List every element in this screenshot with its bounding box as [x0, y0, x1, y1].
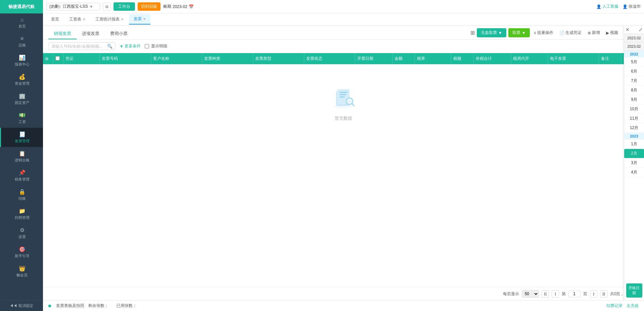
date-panel-month-1-2023[interactable]: 1月: [624, 140, 644, 149]
sidebar-collapse-btn[interactable]: ◀◀ 取消固定: [0, 300, 43, 311]
sidebar-item-label: 畅会员: [16, 273, 28, 278]
chevron-down-icon: ▼: [89, 4, 93, 9]
recharge-link[interactable]: 去充值: [627, 303, 639, 309]
date-panel-month-11[interactable]: 11月: [624, 114, 644, 123]
date-panel-expand-button[interactable]: ⤢: [639, 27, 643, 32]
next-page-button[interactable]: ⟩: [590, 290, 597, 298]
date-panel-close-button[interactable]: ✕: [626, 27, 630, 32]
date-panel-month-7[interactable]: 7月: [624, 76, 644, 86]
customer-service-btn[interactable]: 👤 人工客服: [596, 4, 618, 9]
col-tax-code: 税局代开: [511, 53, 548, 64]
date-panel-month-10[interactable]: 10月: [624, 105, 644, 114]
dropdown-icon: ▼: [498, 31, 502, 35]
app-logo: 畅捷通易代账: [0, 0, 43, 13]
sidebar-item-label: 设置: [18, 234, 26, 239]
search-input[interactable]: [51, 44, 107, 49]
content-area: 销项发票 进项发票 费用小票 ⊞ 无血取票 ▼ 取票 ▼ ≡: [43, 26, 644, 300]
sidebar-item-label: 新手引导: [15, 254, 30, 259]
col-checkbox[interactable]: [53, 53, 63, 64]
sidebar-item-sales-ledger[interactable]: 📋 进销台账: [0, 147, 43, 166]
page-input[interactable]: [568, 290, 581, 297]
batch-ops-button[interactable]: ≡ 批量操作: [532, 29, 555, 37]
page-size-select[interactable]: 10 20 50 100: [522, 290, 539, 298]
sidebar-item-home[interactable]: ⌂ 首页: [0, 13, 43, 32]
grid-view-icon[interactable]: ⊞: [470, 30, 475, 36]
select-all-checkbox[interactable]: [55, 56, 60, 61]
sidebar-item-member[interactable]: 👑 畅会员: [0, 262, 43, 281]
tab-payroll-stats[interactable]: 工资统计报表 ✕: [91, 14, 128, 24]
assets-icon: 🏢: [19, 93, 26, 99]
col-voucher[interactable]: 凭证 ▲▼: [63, 53, 100, 64]
sidebar-item-funds[interactable]: 💰 资金管理: [0, 70, 43, 89]
col-invoice-status[interactable]: 发票状态 ▲▼: [304, 53, 355, 64]
no-invoice-button[interactable]: 无血取票 ▼: [477, 28, 506, 37]
col-invoice-no[interactable]: 发票号码 ▲▼: [100, 53, 151, 64]
sidebar-item-general-ledger[interactable]: ≡ 总账: [0, 32, 43, 51]
col-settings[interactable]: ⚙: [43, 53, 53, 64]
workspace-button[interactable]: 工作台: [113, 2, 135, 11]
sub-tab-sales[interactable]: 销项发票: [48, 29, 77, 39]
last-page-button[interactable]: ⟩⟩: [600, 290, 607, 298]
used-label: 已用张数：: [117, 303, 137, 309]
tab-bar: 首页 工资表 ✕ 工资统计报表 ✕ 发票 ✕: [43, 13, 644, 26]
bottom-bar: 发票查验及拍照 剩余张数： 已用张数： 扣费记录 去充值: [43, 300, 644, 311]
sub-tab-purchase[interactable]: 进项发票: [77, 29, 105, 39]
switch-version-button[interactable]: 切到旧版: [138, 2, 160, 11]
col-invoice-type[interactable]: 发票种类 ▲▼: [202, 53, 253, 64]
tab-invoice[interactable]: 发票 ✕: [129, 14, 150, 25]
search-box[interactable]: 🔍: [48, 42, 116, 50]
tab-payroll[interactable]: 工资表 ✕: [64, 14, 90, 24]
search-icon: 🔍: [107, 44, 112, 49]
col-amount: 金额: [392, 53, 415, 64]
new-button[interactable]: ⊕ 新增: [586, 29, 602, 37]
home-icon: ⌂: [20, 17, 24, 23]
deduction-record-link[interactable]: 扣费记录: [606, 303, 623, 309]
tab-payroll-stats-close[interactable]: ✕: [121, 17, 124, 21]
new-icon: ⊕: [588, 31, 591, 35]
sort-invoice-type-icon: ▲▼: [222, 57, 228, 61]
sidebar-item-guide[interactable]: 🎯 新手引导: [0, 243, 43, 262]
show-detail-toggle[interactable]: 显示明细: [145, 43, 167, 49]
copy-icon[interactable]: ⧉: [103, 3, 111, 11]
col-tax-rate[interactable]: 税率 ▲▼: [415, 53, 451, 64]
sidebar-item-payroll[interactable]: 💵 工资: [0, 109, 43, 128]
tab-payroll-close[interactable]: ✕: [83, 17, 85, 21]
show-detail-label: 显示明细: [151, 43, 167, 49]
first-page-button[interactable]: ⟨⟨: [542, 290, 549, 298]
more-conditions-btn[interactable]: ▼ 更多条件: [120, 43, 141, 49]
date-panel-month-12[interactable]: 12月: [624, 123, 644, 133]
company-selector[interactable]: (勿删）江西股宝-LSS ▼: [46, 3, 100, 10]
service-label: 人工客服: [602, 4, 618, 9]
date-panel-month-6[interactable]: 6月: [624, 67, 644, 76]
sidebar-item-closing[interactable]: 🔒 结账: [0, 185, 43, 204]
col-e-invoice[interactable]: 电子发票 ▲▼: [548, 53, 599, 64]
open-period-button[interactable]: 开账日期: [626, 283, 642, 298]
sidebar-item-fixed-assets[interactable]: 🏢 固定资产: [0, 89, 43, 109]
prev-page-button[interactable]: ⟨: [552, 290, 559, 298]
sidebar-item-settings[interactable]: ⚙ 设置: [0, 224, 43, 243]
generate-voucher-button[interactable]: 📄 生成凭证: [557, 29, 584, 37]
sub-tab-purchase-label: 进项发票: [82, 31, 99, 36]
tab-invoice-close[interactable]: ✕: [143, 17, 146, 21]
user-name-btn[interactable]: 👤 徐溢华: [623, 4, 641, 9]
tab-home[interactable]: 首页: [46, 14, 64, 24]
date-panel-month-2-2023[interactable]: 2月: [624, 149, 644, 158]
show-detail-checkbox[interactable]: [145, 44, 149, 48]
filter-icon: ▼: [120, 44, 124, 49]
video-button[interactable]: ▶ 视频: [604, 29, 620, 37]
col-customer[interactable]: 客户名称 ▲▼: [151, 53, 202, 64]
invoice-button[interactable]: 取票 ▼: [508, 28, 530, 37]
guide-icon: 🎯: [19, 246, 26, 252]
sidebar-item-archive[interactable]: 📁 归档管理: [0, 204, 43, 224]
date-panel-month-4-2023[interactable]: 4月: [624, 168, 644, 177]
sub-tab-expense[interactable]: 费用小票: [105, 29, 133, 39]
sidebar-item-reports[interactable]: 📊 报表中心: [0, 51, 43, 70]
date-panel-month-3-2023[interactable]: 3月: [624, 158, 644, 168]
col-invoice-category[interactable]: 发票类型 ▲▼: [253, 53, 304, 64]
date-panel-month-8[interactable]: 8月: [624, 86, 644, 95]
date-panel-month-9[interactable]: 9月: [624, 95, 644, 105]
sidebar-item-invoice[interactable]: 🧾 发票管理: [0, 128, 43, 147]
date-panel-month-5[interactable]: 5月: [624, 57, 644, 67]
sidebar-item-tax[interactable]: 📌 税务管理: [0, 166, 43, 185]
page-label: 第: [562, 291, 566, 297]
